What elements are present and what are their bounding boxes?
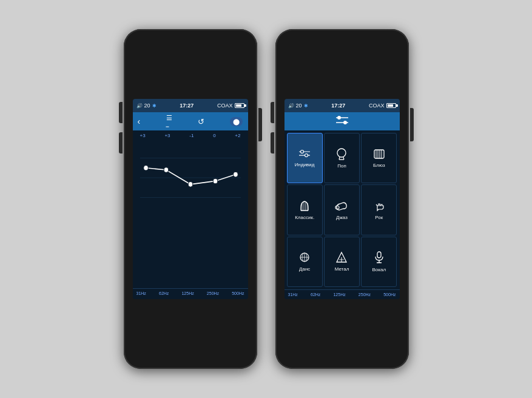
battery-fill-2 <box>388 104 394 107</box>
genre-dance[interactable]: Данс <box>287 237 323 287</box>
classic-icon <box>298 200 311 214</box>
freq2-3: 125Hz <box>333 292 345 297</box>
vocal-icon <box>372 251 386 266</box>
svg-point-6 <box>213 178 218 184</box>
time-display-1: 17:27 <box>180 103 194 109</box>
genre-header <box>285 112 400 130</box>
reset-button[interactable]: ↺ <box>198 117 204 126</box>
status-right-2: COAX <box>369 103 396 109</box>
battery-icon-1 <box>235 103 244 108</box>
device-1: 🔊 20 ✱ 17:27 COAX ‹ ☰═ ↺ ⬤ +3 +3 <box>124 29 257 369</box>
source-label-2: COAX <box>369 103 385 109</box>
genre-label-vocal: Вокал <box>372 267 386 272</box>
time-display-2: 17:27 <box>331 103 345 109</box>
genre-rock[interactable]: Рок <box>361 184 397 235</box>
rock-icon <box>372 200 386 214</box>
freq-3: 125Hz <box>181 291 194 295</box>
eq-content: +3 +3 -1 0 +2 <box>133 130 248 299</box>
svg-rect-39 <box>377 252 381 258</box>
bluetooth-icon-2: ✱ <box>304 103 308 109</box>
bluetooth-icon: ✱ <box>152 103 157 109</box>
genre-header-icon <box>333 114 351 129</box>
eq-toolbar: ‹ ☰═ ↺ ⬤ <box>133 112 248 130</box>
freq2-5: 500Hz <box>383 292 396 297</box>
eq-val-3: -1 <box>189 133 194 138</box>
source-label-1: COAX <box>217 103 233 109</box>
svg-point-11 <box>343 121 347 124</box>
freq-4: 250Hz <box>207 291 219 295</box>
svg-point-4 <box>164 167 169 173</box>
svg-point-9 <box>337 116 341 120</box>
svg-line-31 <box>376 204 377 206</box>
genre-label-classic: Классик. <box>295 215 314 220</box>
freq2-4: 250Hz <box>359 292 371 297</box>
eq-val-1: +3 <box>140 133 146 138</box>
battery-fill-1 <box>236 104 242 107</box>
svg-point-5 <box>188 182 193 187</box>
svg-point-16 <box>337 149 346 157</box>
svg-point-15 <box>305 153 308 157</box>
genre-label-blues: Блюз <box>373 163 385 168</box>
freq-bar-2: 31Hz 62Hz 125Hz 250Hz 500Hz <box>285 289 400 299</box>
dance-icon <box>298 251 311 265</box>
device-2: 🔊 20 ✱ 17:27 COAX <box>275 29 409 369</box>
genre-jazz[interactable]: Джаз <box>324 184 360 235</box>
freq-1: 31Hz <box>136 291 146 295</box>
eq-val-2: +3 <box>164 133 170 138</box>
battery-icon-2 <box>386 103 396 108</box>
genre-grid: Индивид Поп <box>285 130 400 289</box>
genre-classic[interactable]: Классик. <box>287 184 323 235</box>
svg-point-3 <box>143 165 148 170</box>
genre-label-pop: Поп <box>337 163 346 169</box>
status-left-2: 🔊 20 ✱ <box>288 103 308 109</box>
status-bar-2: 🔊 20 ✱ 17:27 COAX <box>285 99 400 112</box>
eq-val-4: 0 <box>213 133 215 138</box>
status-bar-1: 🔊 20 ✱ 17:27 COAX <box>133 99 248 112</box>
volume-icon-2: 🔊 <box>288 103 294 109</box>
freq2-2: 62Hz <box>311 292 320 297</box>
back-button[interactable]: ‹ <box>138 116 141 126</box>
genre-label-individ: Индивид <box>295 162 315 167</box>
freq2-1: 31Hz <box>288 292 298 297</box>
svg-rect-20 <box>374 150 384 158</box>
genre-label-metal: Метал <box>335 266 349 272</box>
status-left-1: 🔊 20 ✱ <box>136 103 157 109</box>
screen-1: 🔊 20 ✱ 17:27 COAX ‹ ☰═ ↺ ⬤ +3 +3 <box>133 99 248 299</box>
freq-5: 500Hz <box>232 291 244 295</box>
genre-label-jazz: Джаз <box>336 215 348 220</box>
metal-icon <box>335 251 348 265</box>
individ-icon <box>298 149 311 161</box>
status-right-1: COAX <box>217 103 244 109</box>
pop-icon <box>335 148 348 162</box>
eq-db-labels: +3 +3 -1 0 +2 <box>138 130 243 138</box>
svg-point-7 <box>233 172 238 177</box>
side-button-right-2[interactable] <box>410 108 414 141</box>
genre-pop[interactable]: Поп <box>324 133 360 183</box>
side-button-right[interactable] <box>258 108 262 141</box>
toggle-switch[interactable]: ⬤ <box>230 117 243 126</box>
genre-vocal[interactable]: Вокал <box>361 237 397 287</box>
jazz-icon <box>335 200 348 214</box>
svg-point-13 <box>301 150 304 153</box>
genre-individ[interactable]: Индивид <box>287 133 323 183</box>
eq-val-5: +2 <box>235 133 240 138</box>
eq-menu-icon[interactable]: ☰═ <box>166 114 172 129</box>
volume-icon: 🔊 <box>136 103 143 109</box>
genre-label-dance: Данс <box>299 266 310 272</box>
genre-label-rock: Рок <box>375 215 383 220</box>
volume-value: 20 <box>144 103 150 109</box>
genre-blues[interactable]: Блюз <box>361 133 397 183</box>
eq-graph[interactable] <box>140 138 241 217</box>
volume-value-2: 20 <box>296 103 302 109</box>
genre-metal[interactable]: Метал <box>324 237 360 287</box>
blues-icon <box>372 149 386 161</box>
freq-2: 62Hz <box>159 291 169 295</box>
screen-2: 🔊 20 ✱ 17:27 COAX <box>285 99 400 299</box>
